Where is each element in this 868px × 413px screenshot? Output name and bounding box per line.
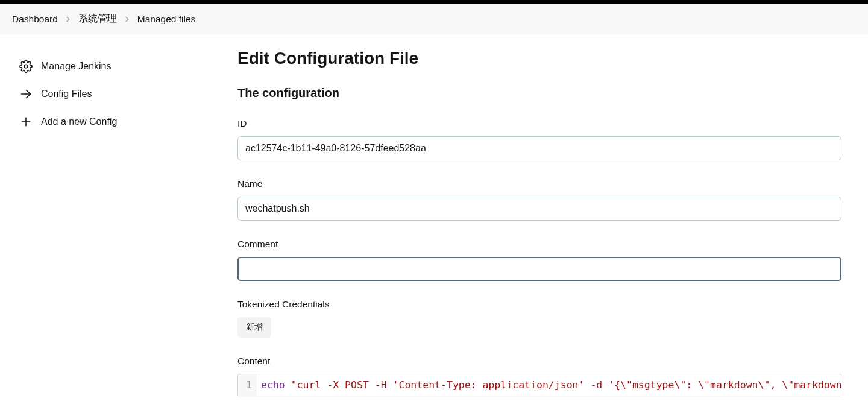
code-content[interactable]: echo "curl -X POST -H 'Content-Type: app… [256, 374, 841, 396]
arrow-right-icon [19, 87, 33, 101]
label-content: Content [237, 356, 841, 367]
chevron-right-icon [64, 15, 72, 24]
label-name: Name [237, 178, 841, 189]
label-comment: Comment [237, 239, 841, 250]
breadcrumb-system-manage[interactable]: 系统管理 [78, 13, 117, 25]
code-token-command: echo [261, 379, 285, 391]
field-group-name: Name [237, 178, 841, 221]
field-group-id: ID [237, 118, 841, 160]
breadcrumb: Dashboard 系统管理 Managed files [0, 4, 868, 34]
line-number: 1 [246, 379, 252, 391]
code-token-string: "curl -X POST -H 'Content-Type: applicat… [291, 379, 841, 391]
id-input[interactable] [237, 136, 841, 160]
sidebar-item-label: Manage Jenkins [41, 61, 112, 72]
sidebar-item-label: Config Files [41, 89, 92, 99]
section-title: The configuration [237, 86, 841, 100]
svg-point-0 [24, 65, 28, 68]
comment-input[interactable] [237, 257, 841, 281]
breadcrumb-managed-files[interactable]: Managed files [137, 14, 196, 25]
chevron-right-icon [123, 15, 131, 24]
name-input[interactable] [237, 197, 841, 221]
field-group-comment: Comment [237, 239, 841, 281]
main-content: Edit Configuration File The configuratio… [229, 34, 868, 413]
add-credential-button[interactable]: 新增 [237, 317, 271, 338]
label-id: ID [237, 118, 841, 129]
page-title: Edit Configuration File [237, 49, 841, 68]
field-group-tokenized-credentials: Tokenized Credentials 新增 [237, 299, 841, 338]
sidebar-item-config-files[interactable]: Config Files [14, 80, 215, 108]
sidebar-item-add-new-config[interactable]: Add a new Config [14, 108, 215, 136]
code-gutter: 1 [238, 374, 256, 396]
breadcrumb-dashboard[interactable]: Dashboard [12, 14, 58, 25]
sidebar: Manage Jenkins Config Files Add a new Co… [0, 34, 229, 413]
content-code-editor[interactable]: 1 echo "curl -X POST -H 'Content-Type: a… [237, 374, 841, 396]
sidebar-item-label: Add a new Config [41, 116, 117, 127]
gear-icon [19, 60, 33, 73]
plus-icon [19, 115, 33, 128]
sidebar-item-manage-jenkins[interactable]: Manage Jenkins [14, 52, 215, 80]
top-bar [0, 0, 868, 4]
label-tokenized-credentials: Tokenized Credentials [237, 299, 841, 310]
field-group-content: Content 1 echo "curl -X POST -H 'Content… [237, 356, 841, 396]
